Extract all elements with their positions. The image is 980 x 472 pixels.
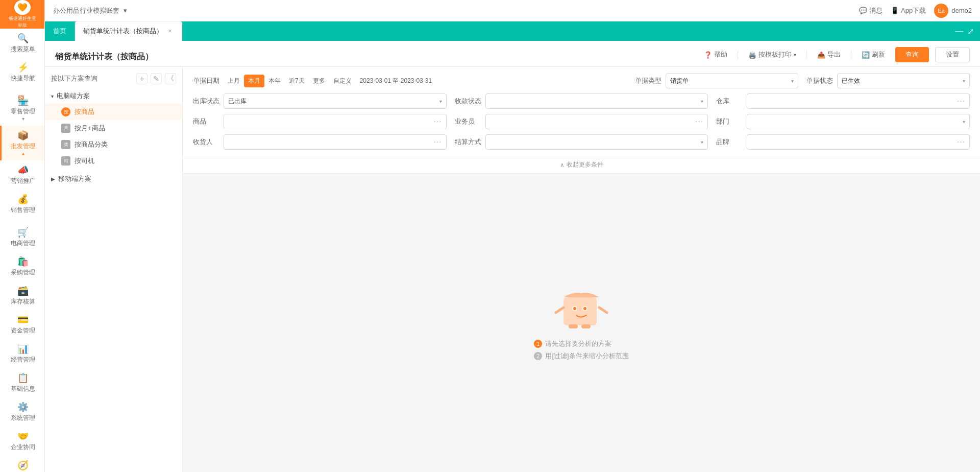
sidebar-item-search[interactable]: 🔍 搜索菜单 xyxy=(0,29,45,58)
empty-state: 1 请先选择要分析的方案 2 用[过滤]条件来缩小分析范围 xyxy=(183,174,980,472)
filter-row-1: 单据日期 上月 本月 本年 近7天 更多 自定义 2023-03-01 至 20… xyxy=(193,73,970,88)
mobile-arrow-icon: ▶ xyxy=(51,176,55,182)
sidebar-item-quick[interactable]: ⚡ 快捷导航 xyxy=(0,58,45,87)
payment-status-select[interactable]: ▾ xyxy=(485,93,708,109)
plan-group-desktop-header[interactable]: ▾ 电脑端方案 xyxy=(45,88,182,104)
sidebar-item-marketing[interactable]: 📣 营销推广 xyxy=(0,160,45,190)
svg-line-5 xyxy=(556,308,564,313)
date-btn-this-year[interactable]: 本年 xyxy=(264,75,285,87)
sidebar-item-ecommerce[interactable]: 🛒 电商管理 xyxy=(0,223,45,252)
plan-item-by-product-label: 按商品 xyxy=(75,107,94,116)
help-btn[interactable]: ❓ 帮助 xyxy=(700,48,731,61)
sidebar-item-guide[interactable]: 🧭 新手引导 xyxy=(0,456,45,472)
order-type-select[interactable]: 销货单 ▾ xyxy=(666,73,798,88)
filter-item-product: 商品 ··· xyxy=(193,114,447,129)
plan-item-by-product[interactable]: 按 按商品 xyxy=(45,104,182,120)
sidebar-item-sales[interactable]: 💰 销售管理 xyxy=(0,190,45,219)
template-print-btn[interactable]: 🖨️ 按模板打印 ▾ xyxy=(744,48,800,61)
hint-text-1: 请先选择要分析的方案 xyxy=(545,339,611,348)
sidebar-item-enterprise-label: 企业协同 xyxy=(11,443,35,452)
plan-item-by-driver[interactable]: 司 按司机 xyxy=(45,153,182,169)
refresh-icon: 🔄 xyxy=(862,51,870,59)
warehouse-more-icon: ··· xyxy=(957,97,965,106)
date-btn-more[interactable]: 更多 xyxy=(309,75,329,87)
filter-row-3: 商品 ··· 业务员 ··· xyxy=(193,114,970,129)
plan-group-mobile: ▶ 移动端方案 xyxy=(45,171,182,186)
settings-btn[interactable]: 设置 xyxy=(935,47,970,62)
left-panel: 按以下方案查询 + ✎ 《 ▾ 电脑端方案 按 xyxy=(45,67,183,472)
plan-item-by-month-product[interactable]: 月 按月+商品 xyxy=(45,120,182,136)
industry-name: 办公用品行业模拟账套 xyxy=(53,6,119,15)
sidebar-item-wholesale[interactable]: 📦 批发管理 ▴ xyxy=(0,126,45,160)
date-btn-last-month[interactable]: 上月 xyxy=(224,75,244,87)
product-input[interactable]: ··· xyxy=(224,114,447,129)
salesperson-input[interactable]: ··· xyxy=(485,114,708,129)
order-status-select[interactable]: 已生效 ▾ xyxy=(837,73,970,88)
sidebar-item-operation[interactable]: 📊 经营管理 xyxy=(0,339,45,368)
tab-close-icon[interactable]: × xyxy=(166,27,174,35)
filter-item-receiver: 收货人 ··· xyxy=(193,134,447,150)
retail-arrow-icon: ▾ xyxy=(22,116,24,122)
svg-point-2 xyxy=(573,307,576,310)
export-label: 导出 xyxy=(827,50,841,59)
order-type-arrow-icon: ▾ xyxy=(791,78,794,84)
sidebar-item-ecommerce-label: 电商管理 xyxy=(11,239,35,248)
sidebar-item-purchase-label: 采购管理 xyxy=(11,268,35,277)
filter-item-brand: 品牌 ··· xyxy=(716,134,970,150)
product-label: 商品 xyxy=(193,117,219,126)
warehouse-input[interactable]: ··· xyxy=(747,93,970,109)
svg-point-4 xyxy=(583,307,586,310)
app-name: 畅捷通好生意 xyxy=(9,16,36,22)
avatar-text: Ea xyxy=(938,8,945,14)
sidebar-item-enterprise[interactable]: 🤝 企业协同 xyxy=(0,427,45,456)
sidebar-item-system[interactable]: ⚙️ 系统管理 xyxy=(0,397,45,427)
date-btn-this-month[interactable]: 本月 xyxy=(244,75,264,87)
order-status-value: 已生效 xyxy=(842,77,860,85)
wholesale-arrow-icon: ▴ xyxy=(22,151,24,156)
department-select[interactable]: ▾ xyxy=(747,114,970,129)
brand-input[interactable]: ··· xyxy=(747,134,970,150)
sidebar-item-inventory[interactable]: 🗃️ 库存核算 xyxy=(0,281,45,310)
plan-icon-by-driver: 司 xyxy=(61,156,70,166)
add-plan-btn[interactable]: + xyxy=(136,73,148,84)
date-btn-7days[interactable]: 近7天 xyxy=(285,75,309,87)
tab-current-label: 销货单统计计表（按商品） xyxy=(83,27,163,36)
filter-item-payment-method: 结算方式 ▾ xyxy=(455,134,708,150)
filter-item-out-status: 出库状态 已出库 ▾ xyxy=(193,93,447,109)
user-profile-btn[interactable]: Ea demo2 xyxy=(934,4,972,18)
page-header: 销货单统计计表（按商品） ❓ 帮助 🖨️ 按模板打印 ▾ 📤 导出 xyxy=(45,41,980,67)
query-btn[interactable]: 查询 xyxy=(895,47,929,62)
tab-maximize-btn[interactable]: ⤢ xyxy=(967,27,974,36)
app-download-btn[interactable]: 📱 App下载 xyxy=(891,6,926,15)
sidebar-item-purchase[interactable]: 🛍️ 采购管理 xyxy=(0,252,45,281)
plan-item-by-category[interactable]: 类 按商品分类 xyxy=(45,136,182,153)
export-btn[interactable]: 📤 导出 xyxy=(813,48,845,61)
tab-current[interactable]: 销货单统计计表（按商品） × xyxy=(75,21,182,41)
edit-plan-btn[interactable]: ✎ xyxy=(151,73,162,84)
sidebar-item-retail[interactable]: 🏪 零售管理 ▾ xyxy=(0,91,45,126)
template-print-label: 按模板打印 xyxy=(758,50,792,59)
refresh-btn[interactable]: 🔄 刷新 xyxy=(857,48,889,61)
sales-icon: 💰 xyxy=(17,194,29,205)
collapse-bar[interactable]: ∧ 收起更多条件 xyxy=(183,156,980,174)
receiver-more-icon: ··· xyxy=(433,137,442,147)
logo-symbol: 🧡 xyxy=(17,3,28,12)
receiver-label: 收货人 xyxy=(193,137,219,147)
payment-method-select[interactable]: ▾ xyxy=(485,134,708,150)
tab-minimize-btn[interactable]: — xyxy=(955,27,963,36)
receiver-input[interactable]: ··· xyxy=(224,134,447,150)
filter-bar: 单据日期 上月 本月 本年 近7天 更多 自定义 2023-03-01 至 20… xyxy=(183,67,980,156)
sidebar-item-search-label: 搜索菜单 xyxy=(11,45,35,54)
out-status-select[interactable]: 已出库 ▾ xyxy=(224,93,447,109)
date-btn-custom[interactable]: 自定义 xyxy=(329,75,356,87)
tab-home[interactable]: 首页 xyxy=(45,21,75,41)
filter-item-salesperson: 业务员 ··· xyxy=(455,114,708,129)
plan-group-mobile-header[interactable]: ▶ 移动端方案 xyxy=(45,171,182,186)
collapse-panel-btn[interactable]: 《 xyxy=(165,73,176,84)
industry-dropdown-icon[interactable]: ▾ xyxy=(124,7,127,14)
sidebar-item-finance[interactable]: 💳 资金管理 xyxy=(0,310,45,339)
message-btn[interactable]: 💬 消息 xyxy=(859,6,883,15)
user-name: demo2 xyxy=(951,7,972,14)
order-status-label: 单据状态 xyxy=(806,76,833,85)
sidebar-item-basic[interactable]: 📋 基础信息 xyxy=(0,368,45,397)
